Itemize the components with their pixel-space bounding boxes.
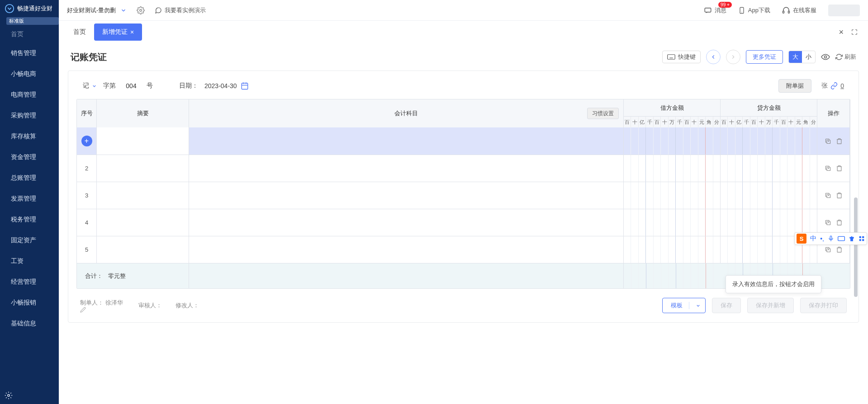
save-button[interactable]: 保存 — [712, 298, 741, 313]
save-new-button[interactable]: 保存并新增 — [747, 298, 794, 313]
sidebar-item-basic[interactable]: 基础信息 — [0, 313, 59, 334]
demo-link[interactable]: 我要看实例演示 — [155, 6, 206, 14]
account-cell[interactable] — [189, 209, 624, 236]
debit-cell[interactable] — [624, 182, 721, 209]
voucher-meta-right: 附单据 张 0 — [778, 79, 844, 93]
sidebar-item-ledger[interactable]: 总账管理 — [0, 168, 59, 188]
seq-cell: 2 — [77, 155, 97, 182]
delete-row-button[interactable] — [836, 192, 843, 199]
voucher-prefix-select[interactable]: 记 — [83, 82, 97, 90]
org-selector[interactable]: 好业财测试-量勿删 — [67, 6, 127, 14]
account-cell[interactable] — [189, 155, 624, 182]
tab-new-voucher[interactable]: 新增凭证 × — [94, 23, 142, 41]
table-row[interactable]: 4 — [77, 209, 850, 236]
sidebar-item-partial[interactable]: 首页 — [0, 29, 59, 43]
table-row[interactable]: 3 — [77, 182, 850, 209]
copy-row-button[interactable] — [825, 165, 831, 172]
date-picker[interactable]: 2023-04-30 — [204, 82, 249, 90]
more-vouchers-button[interactable]: 更多凭证 — [746, 50, 783, 64]
delete-row-button[interactable] — [836, 165, 843, 172]
save-print-button[interactable]: 保存并打印 — [800, 298, 847, 313]
debit-cell[interactable] — [624, 209, 721, 236]
ime-mic-icon[interactable] — [828, 235, 834, 242]
sidebar-item-fixed-assets[interactable]: 固定资产 — [0, 230, 59, 251]
chevron-down-icon — [696, 303, 701, 308]
message-button[interactable]: 消息 99 + — [704, 6, 726, 14]
edit-maker-button[interactable] — [80, 307, 125, 313]
credit-cell[interactable] — [721, 127, 817, 155]
summary-cell[interactable] — [97, 155, 189, 182]
account-cell[interactable] — [189, 236, 624, 263]
refresh-button[interactable]: 刷新 — [835, 53, 856, 61]
attach-document-button[interactable]: 附单据 — [778, 79, 811, 93]
summary-cell[interactable] — [97, 127, 189, 155]
sidebar-item-purchase[interactable]: 采购管理 — [0, 105, 59, 126]
sidebar-item-invoice[interactable]: 发票管理 — [0, 188, 59, 209]
sidebar-item-operations[interactable]: 经营管理 — [0, 272, 59, 292]
view-mode-button[interactable] — [821, 52, 830, 61]
table-row[interactable]: + — [77, 127, 850, 155]
add-row-button[interactable]: + — [81, 136, 92, 146]
template-button[interactable]: 模板 — [662, 298, 706, 313]
delete-row-button[interactable] — [836, 246, 843, 253]
debit-cell[interactable] — [624, 155, 721, 182]
sidebar-item-funds[interactable]: 资金管理 — [0, 147, 59, 168]
ime-skin-icon[interactable] — [849, 235, 855, 242]
prev-voucher-button[interactable] — [706, 50, 721, 64]
copy-row-button[interactable] — [825, 192, 831, 199]
scrollbar-thumb[interactable] — [854, 197, 858, 297]
support-button[interactable]: 在线客服 — [782, 6, 816, 14]
ime-lang[interactable]: 中 — [810, 235, 816, 243]
sidebar-item-sales[interactable]: 销售管理 — [0, 43, 59, 64]
sidebar-item-tax[interactable]: 税务管理 — [0, 209, 59, 230]
sidebar-settings-button[interactable] — [0, 387, 59, 404]
copy-row-button[interactable] — [825, 246, 831, 253]
habit-settings-button[interactable]: 习惯设置 — [587, 108, 619, 119]
next-voucher-button[interactable] — [726, 50, 740, 64]
digit-header: 千 — [773, 117, 780, 127]
close-icon[interactable]: × — [130, 28, 134, 36]
voucher-number-input[interactable] — [122, 82, 140, 90]
date-value: 2023-04-30 — [204, 82, 237, 89]
close-all-tabs-button[interactable]: × — [835, 26, 847, 39]
attachment-icon[interactable] — [830, 82, 838, 89]
account-cell[interactable] — [189, 182, 624, 209]
size-large-button[interactable]: 大 — [789, 51, 802, 63]
edit-icon — [80, 307, 86, 313]
copy-row-button[interactable] — [825, 219, 831, 226]
size-small-button[interactable]: 小 — [802, 51, 815, 63]
topbar-settings-button[interactable] — [137, 6, 145, 14]
voucher-meta: 记 字第 号 日期： 2023-04-30 附单据 张 0 — [68, 71, 859, 99]
ime-keyboard-icon[interactable] — [838, 236, 845, 241]
shortcut-button[interactable]: 快捷键 — [662, 51, 701, 63]
summary-cell[interactable] — [97, 236, 189, 263]
debit-cell[interactable] — [624, 236, 721, 263]
avatar[interactable] — [828, 5, 860, 16]
credit-cell[interactable] — [721, 182, 817, 209]
table-row[interactable]: 5 — [77, 236, 850, 263]
debit-cell[interactable] — [624, 127, 721, 155]
ime-menu-icon[interactable] — [859, 235, 865, 242]
credit-cell[interactable] — [721, 155, 817, 182]
tab-label: 新增凭证 — [102, 28, 128, 36]
sidebar-item-expense[interactable]: 小畅报销 — [0, 292, 59, 313]
app-download-button[interactable]: App下载 — [738, 6, 770, 14]
copy-row-button[interactable] — [825, 138, 831, 145]
page-header: 记账凭证 快捷键 更多凭证 大 小 — [59, 43, 868, 70]
account-cell[interactable] — [189, 127, 624, 155]
summary-cell[interactable] — [97, 182, 189, 209]
fullscreen-button[interactable] — [847, 27, 862, 38]
sidebar-item-ecomm-small[interactable]: 小畅电商 — [0, 64, 59, 85]
ime-punct-icon[interactable]: •, — [820, 235, 824, 242]
summary-input[interactable] — [97, 127, 189, 155]
sidebar-item-ecomm-mgmt[interactable]: 电商管理 — [0, 85, 59, 105]
tab-home[interactable]: 首页 — [65, 23, 94, 41]
table-row[interactable]: 2 — [77, 155, 850, 182]
ime-toolbar[interactable]: S 中 •, — [794, 232, 867, 245]
seq-cell: 4 — [77, 209, 97, 236]
delete-row-button[interactable] — [836, 138, 843, 145]
summary-cell[interactable] — [97, 209, 189, 236]
sidebar-item-inventory[interactable]: 库存核算 — [0, 126, 59, 147]
sidebar-item-salary[interactable]: 工资 — [0, 251, 59, 272]
delete-row-button[interactable] — [836, 219, 843, 226]
